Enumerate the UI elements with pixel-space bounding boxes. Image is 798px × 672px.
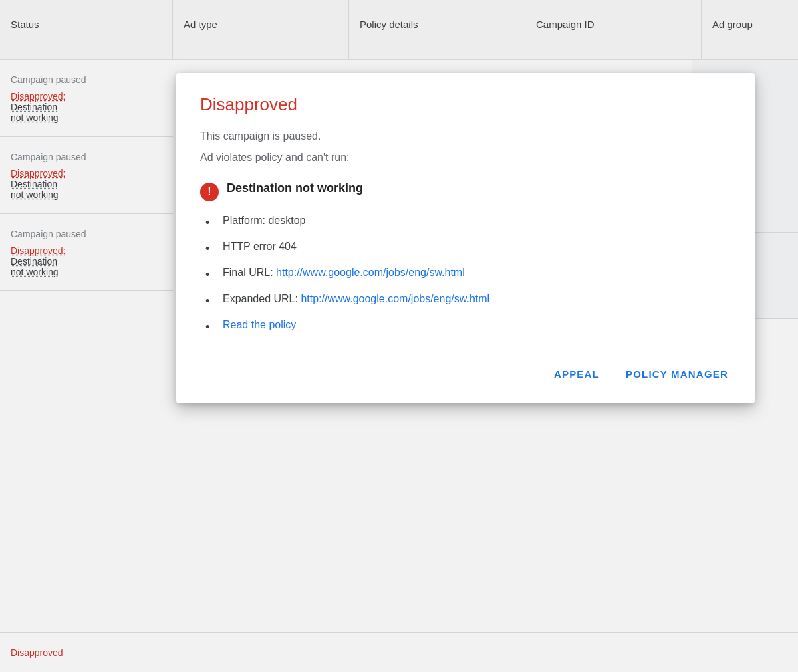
popup-card: Disapproved This campaign is paused. Ad … <box>176 73 755 403</box>
bullet-http-text: HTTP error 404 <box>223 241 297 253</box>
bullet-read-policy: Read the policy <box>200 319 731 336</box>
bullet-final-url: Final URL: http://www.google.com/jobs/en… <box>200 267 731 283</box>
popup-title: Disapproved <box>200 94 731 115</box>
popup-policy-item: ! Destination not working <box>200 181 731 201</box>
appeal-button[interactable]: APPEAL <box>551 363 602 385</box>
expanded-url-link[interactable]: http://www.google.com/jobs/eng/sw.html <box>301 293 489 305</box>
popup-campaign-paused: This campaign is paused. <box>200 128 731 144</box>
popup-policy-title: Destination not working <box>227 181 363 195</box>
bullet-platform: Platform: desktop <box>200 215 731 231</box>
bullet-final-url-label: Final URL: <box>223 267 276 279</box>
bullet-expanded-url-label: Expanded URL: <box>223 293 301 305</box>
policy-manager-button[interactable]: POLICY MANAGER <box>623 363 731 385</box>
read-policy-link[interactable]: Read the policy <box>223 319 296 331</box>
popup-actions: APPEAL POLICY MANAGER <box>200 352 731 385</box>
bullet-expanded-url: Expanded URL: http://www.google.com/jobs… <box>200 293 731 310</box>
error-icon: ! <box>200 183 219 201</box>
popup-violates: Ad violates policy and can't run: <box>200 150 731 166</box>
popup-bullets-list: Platform: desktop HTTP error 404 Final U… <box>200 215 731 336</box>
final-url-link[interactable]: http://www.google.com/jobs/eng/sw.html <box>276 267 465 279</box>
bullet-platform-text: Platform: desktop <box>223 215 306 227</box>
bullet-http: HTTP error 404 <box>200 241 731 257</box>
